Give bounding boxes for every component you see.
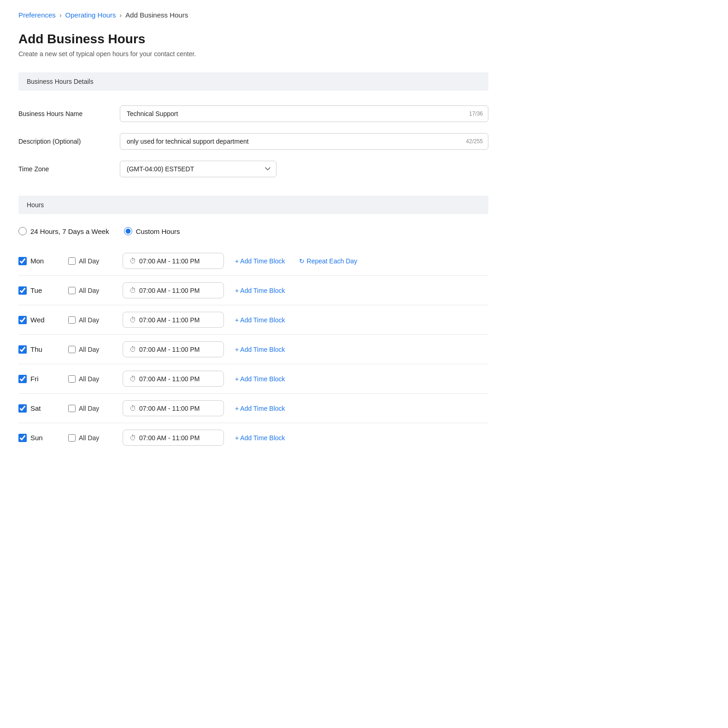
day-row-mon: Mon All Day ⏱ 07:00 AM - 11:00 PM + Add … xyxy=(18,246,488,276)
page-subtitle: Create a new set of typical open hours f… xyxy=(18,50,488,58)
business-hours-name-label: Business Hours Name xyxy=(18,105,111,117)
allday-checkbox-sat[interactable] xyxy=(68,405,76,412)
radio-custom-option[interactable]: Custom Hours xyxy=(124,227,180,235)
allday-wrap-tue: All Day xyxy=(68,287,114,294)
description-input-wrap: 42/255 xyxy=(120,133,488,150)
day-checkbox-tue[interactable] xyxy=(18,286,27,295)
clock-icon-fri: ⏱ xyxy=(129,375,136,383)
day-row-sat: Sat All Day ⏱ 07:00 AM - 11:00 PM + Add … xyxy=(18,394,488,423)
add-time-block-btn-tue[interactable]: + Add Time Block xyxy=(232,285,288,296)
day-label-mon: Mon xyxy=(30,257,47,265)
allday-wrap-sat: All Day xyxy=(68,405,114,412)
day-checkbox-fri[interactable] xyxy=(18,375,27,383)
hours-type-radio-group: 24 Hours, 7 Days a Week Custom Hours xyxy=(18,227,488,235)
add-time-block-btn-mon[interactable]: + Add Time Block xyxy=(232,256,288,267)
business-hours-name-input-wrap: 17/36 xyxy=(120,105,488,122)
add-time-block-btn-thu[interactable]: + Add Time Block xyxy=(232,344,288,355)
add-time-block-btn-sun[interactable]: + Add Time Block xyxy=(232,432,288,443)
day-label-tue: Tue xyxy=(30,286,47,294)
allday-label-sat: All Day xyxy=(79,405,99,412)
timezone-select[interactable]: (GMT-04:00) EST5EDT (GMT-05:00) EST (GMT… xyxy=(120,161,276,177)
day-label-thu: Thu xyxy=(30,345,47,353)
radio-24-7-input[interactable] xyxy=(18,227,27,235)
day-row-tue: Tue All Day ⏱ 07:00 AM - 11:00 PM + Add … xyxy=(18,276,488,305)
radio-custom-label: Custom Hours xyxy=(136,227,180,235)
allday-wrap-wed: All Day xyxy=(68,316,114,324)
day-checkbox-wrap-sun: Sun xyxy=(18,434,60,442)
day-checkbox-wrap-fri: Fri xyxy=(18,375,60,383)
time-range-tue: 07:00 AM - 11:00 PM xyxy=(139,287,217,294)
allday-label-tue: All Day xyxy=(79,287,99,294)
allday-wrap-fri: All Day xyxy=(68,375,114,383)
business-hours-name-row: Business Hours Name 17/36 xyxy=(18,105,488,122)
allday-checkbox-mon[interactable] xyxy=(68,257,76,265)
allday-checkbox-wed[interactable] xyxy=(68,316,76,324)
add-time-block-btn-fri[interactable]: + Add Time Block xyxy=(232,373,288,384)
allday-wrap-mon: All Day xyxy=(68,257,114,265)
breadcrumb-sep-1: › xyxy=(59,12,62,19)
day-checkbox-wrap-mon: Mon xyxy=(18,257,60,265)
timezone-label: Time Zone xyxy=(18,161,111,173)
description-input[interactable] xyxy=(120,133,488,150)
business-hours-details-header: Business Hours Details xyxy=(18,72,488,91)
time-block-tue: ⏱ 07:00 AM - 11:00 PM xyxy=(123,282,224,298)
allday-wrap-sun: All Day xyxy=(68,434,114,442)
allday-label-fri: All Day xyxy=(79,375,99,383)
allday-checkbox-tue[interactable] xyxy=(68,287,76,294)
repeat-each-day-btn[interactable]: ↻Repeat Each Day xyxy=(296,256,360,267)
business-hours-name-input[interactable] xyxy=(120,105,488,122)
day-checkbox-mon[interactable] xyxy=(18,257,27,265)
day-row-fri: Fri All Day ⏱ 07:00 AM - 11:00 PM + Add … xyxy=(18,364,488,394)
allday-checkbox-fri[interactable] xyxy=(68,375,76,383)
add-time-block-btn-wed[interactable]: + Add Time Block xyxy=(232,314,288,326)
day-row-sun: Sun All Day ⏱ 07:00 AM - 11:00 PM + Add … xyxy=(18,423,488,452)
clock-icon-wed: ⏱ xyxy=(129,316,136,324)
day-row-wed: Wed All Day ⏱ 07:00 AM - 11:00 PM + Add … xyxy=(18,305,488,335)
day-checkbox-sun[interactable] xyxy=(18,434,27,442)
time-block-sat: ⏱ 07:00 AM - 11:00 PM xyxy=(123,400,224,416)
day-checkbox-thu[interactable] xyxy=(18,345,27,354)
clock-icon-sun: ⏱ xyxy=(129,434,136,442)
radio-24-7-label: 24 Hours, 7 Days a Week xyxy=(30,227,109,235)
day-row-thu: Thu All Day ⏱ 07:00 AM - 11:00 PM + Add … xyxy=(18,335,488,364)
breadcrumb-sep-2: › xyxy=(120,12,122,19)
breadcrumb-current: Add Business Hours xyxy=(125,11,188,19)
time-range-fri: 07:00 AM - 11:00 PM xyxy=(139,375,217,383)
timezone-input-wrap: (GMT-04:00) EST5EDT (GMT-05:00) EST (GMT… xyxy=(120,161,488,177)
page-title: Add Business Hours xyxy=(18,32,488,47)
day-label-sat: Sat xyxy=(30,404,47,412)
time-range-thu: 07:00 AM - 11:00 PM xyxy=(139,346,217,353)
time-block-mon: ⏱ 07:00 AM - 11:00 PM xyxy=(123,253,224,269)
add-time-block-btn-sat[interactable]: + Add Time Block xyxy=(232,403,288,414)
time-range-mon: 07:00 AM - 11:00 PM xyxy=(139,257,217,265)
repeat-icon: ↻ xyxy=(299,257,305,265)
allday-wrap-thu: All Day xyxy=(68,346,114,353)
clock-icon-thu: ⏱ xyxy=(129,345,136,353)
day-checkbox-wed[interactable] xyxy=(18,316,27,324)
radio-24-7-option[interactable]: 24 Hours, 7 Days a Week xyxy=(18,227,109,235)
clock-icon-mon: ⏱ xyxy=(129,257,136,265)
day-checkbox-sat[interactable] xyxy=(18,404,27,413)
breadcrumb-preferences[interactable]: Preferences xyxy=(18,11,56,19)
time-range-sat: 07:00 AM - 11:00 PM xyxy=(139,405,217,412)
day-checkbox-wrap-wed: Wed xyxy=(18,316,60,324)
timezone-row: Time Zone (GMT-04:00) EST5EDT (GMT-05:00… xyxy=(18,161,488,177)
description-row: Description (Optional) 42/255 xyxy=(18,133,488,150)
time-block-fri: ⏱ 07:00 AM - 11:00 PM xyxy=(123,371,224,387)
breadcrumb-operating-hours[interactable]: Operating Hours xyxy=(65,11,116,19)
day-checkbox-wrap-tue: Tue xyxy=(18,286,60,295)
clock-icon-tue: ⏱ xyxy=(129,286,136,294)
allday-label-mon: All Day xyxy=(79,257,99,265)
allday-checkbox-thu[interactable] xyxy=(68,346,76,353)
description-label: Description (Optional) xyxy=(18,133,111,145)
time-block-wed: ⏱ 07:00 AM - 11:00 PM xyxy=(123,312,224,328)
time-block-sun: ⏱ 07:00 AM - 11:00 PM xyxy=(123,430,224,446)
hours-header: Hours xyxy=(18,196,488,214)
day-label-fri: Fri xyxy=(30,375,47,383)
time-block-thu: ⏱ 07:00 AM - 11:00 PM xyxy=(123,341,224,357)
radio-custom-input[interactable] xyxy=(124,227,132,235)
clock-icon-sat: ⏱ xyxy=(129,404,136,412)
time-range-wed: 07:00 AM - 11:00 PM xyxy=(139,316,217,324)
allday-checkbox-sun[interactable] xyxy=(68,434,76,442)
day-checkbox-wrap-thu: Thu xyxy=(18,345,60,354)
